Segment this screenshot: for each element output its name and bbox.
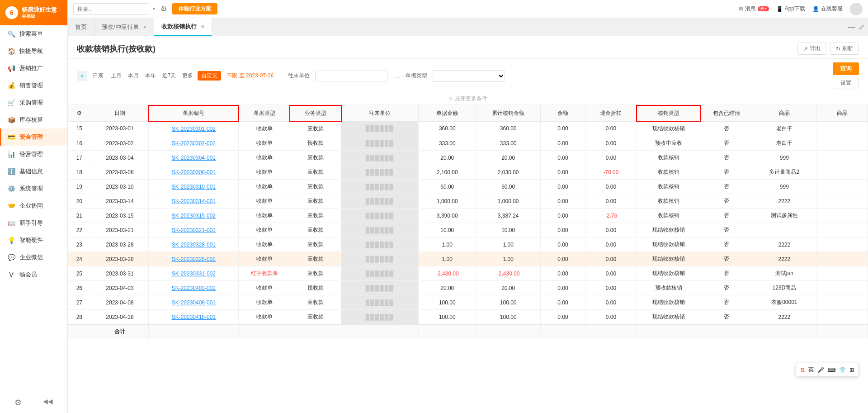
sidebar-item-label: 销售管理	[19, 81, 43, 90]
cell-bill-no[interactable]: SK-20230314-001	[149, 194, 239, 209]
user-avatar[interactable]	[850, 3, 863, 15]
sidebar-item-search-menu[interactable]: 🔍 搜索菜单	[0, 25, 67, 43]
cell-discount: 0.00	[585, 151, 637, 165]
cell-bill-no[interactable]: SK-20230308-001	[149, 165, 239, 180]
online-service-button[interactable]: 👤 在线客服	[812, 5, 843, 13]
cell-bill-no[interactable]: SK-20230304-001	[149, 151, 239, 165]
tab-spacer	[212, 18, 844, 36]
tab-home[interactable]: 首页	[68, 18, 94, 36]
sidebar-item-operations[interactable]: 📊 经营管理	[0, 146, 67, 163]
sidebar-item-hardware[interactable]: 💡 智能硬件	[0, 232, 67, 249]
sidebar-item-finance[interactable]: 💳 资金管理	[0, 128, 67, 146]
sidebar-item-basic[interactable]: ℹ️ 基础信息	[0, 163, 67, 180]
filter-7days[interactable]: 近7天	[160, 71, 178, 81]
th-bill-no[interactable]: 单据编号	[149, 105, 239, 121]
tab-minimize-icon[interactable]: —	[848, 23, 855, 31]
th-verify-type[interactable]: 核销类型	[637, 105, 701, 121]
ft-keyboard-icon[interactable]: ⌨	[828, 367, 835, 373]
sidebar-item-enterprise[interactable]: 🤝 企业协同	[0, 197, 67, 214]
expand-more-bar[interactable]: ∨ 展开更多条件	[68, 93, 868, 105]
table-row: 202023-03-14SK-20230314-001收款单应收款██████1…	[68, 194, 868, 209]
cell-accum: 20.00	[476, 281, 540, 295]
cell-goods	[752, 223, 816, 237]
cell-bill-no[interactable]: SK-20230418-001	[149, 310, 239, 325]
query-button[interactable]: 查询	[833, 62, 859, 75]
cell-bill-no[interactable]: SK-20230331-002	[149, 266, 239, 281]
sidebar-item-inventory[interactable]: 📦 库存核算	[0, 111, 67, 128]
filter-this-year[interactable]: 本年	[143, 71, 158, 81]
th-biz-type[interactable]: 业务类型	[290, 105, 341, 121]
cell-bill-no[interactable]: SK-20230328-001	[149, 237, 239, 252]
topbar-search-input[interactable]	[73, 3, 149, 15]
sidebar-item-quick-nav[interactable]: 🏠 快捷导航	[0, 43, 67, 60]
settings-button[interactable]: 设置	[833, 77, 859, 89]
cell-discount: 0.00	[585, 310, 637, 325]
industry-solution-button[interactable]: 体验行业方案	[172, 3, 217, 14]
ft-mic-icon[interactable]: 🎤	[817, 367, 824, 373]
sidebar-item-purchase[interactable]: 🛒 采购管理	[0, 94, 67, 111]
cell-bill-no[interactable]: SK-20230302-002	[149, 136, 239, 151]
cell-date: 2023-03-10	[91, 180, 149, 194]
tab-receipt-verify[interactable]: 收款核销执行 ×	[154, 18, 212, 36]
cell-goods2	[816, 223, 868, 237]
th-goods[interactable]: 商品	[752, 105, 816, 121]
cell-bill-no[interactable]: SK-20230328-002	[149, 252, 239, 266]
cell-no: 21	[68, 209, 91, 223]
ft-grid-icon[interactable]: ⊞	[849, 367, 854, 373]
tab-maximize-icon[interactable]: ⤢	[859, 23, 864, 31]
cell-date: 2023-03-08	[91, 165, 149, 180]
filter-this-month[interactable]: 本月	[126, 71, 141, 81]
sidebar-item-system[interactable]: ⚙️ 系统管理	[0, 180, 67, 197]
cell-biz-type: 预收款	[290, 281, 341, 295]
cell-balance: 0.00	[540, 180, 585, 194]
settings-icon[interactable]: ⚙	[14, 398, 22, 408]
cell-bill-no[interactable]: SK-20230315-002	[149, 209, 239, 223]
filter-expand-button[interactable]: »	[77, 71, 87, 81]
tab-advance-receipt[interactable]: 预收/冲应付单 ×	[94, 18, 154, 36]
refresh-button[interactable]: ↻ 刷新	[830, 43, 859, 55]
total-cell	[476, 324, 540, 339]
cell-biz-type: 应收款	[290, 252, 341, 266]
ft-text: 英	[808, 366, 814, 374]
collapse-icon[interactable]: ◀◀	[43, 398, 53, 408]
sidebar-item-sales[interactable]: 💰 销售管理	[0, 77, 67, 94]
tab-close-active-icon[interactable]: ×	[201, 24, 204, 30]
cell-no: 24	[68, 252, 91, 266]
cell-bill-no[interactable]: SK-20230403-002	[149, 281, 239, 295]
th-cash-discount[interactable]: 现金折扣	[585, 105, 637, 121]
ft-shirt-icon[interactable]: 👕	[839, 367, 846, 373]
export-button[interactable]: ↗ 导出	[797, 43, 826, 55]
sidebar-item-marketing[interactable]: 📢 营销推广	[0, 60, 67, 77]
filter-party-input[interactable]	[315, 71, 387, 81]
th-goods2[interactable]: 商品	[816, 105, 868, 121]
cell-bill-no[interactable]: SK-20230408-001	[149, 295, 239, 310]
cell-party: ██████	[341, 209, 418, 223]
th-date[interactable]: 日期	[91, 105, 149, 121]
filter-last-month[interactable]: 上月	[109, 71, 123, 81]
total-cell	[752, 324, 816, 339]
app-download-button[interactable]: 📱 App下载	[776, 5, 805, 13]
filter-bill-type-select[interactable]: 收款单 红字收款单	[433, 70, 505, 82]
cell-no: 26	[68, 281, 91, 295]
cell-party: ██████	[341, 237, 418, 252]
sidebar-item-member[interactable]: V 畅会员	[0, 266, 67, 283]
th-bill-type[interactable]: 单据类型	[239, 105, 290, 121]
tab-close-icon[interactable]: ×	[143, 24, 146, 30]
cell-bill-no[interactable]: SK-20230301-002	[149, 121, 239, 136]
cell-bill-no[interactable]: SK-20230321-003	[149, 223, 239, 237]
sidebar-item-guide[interactable]: 📖 新手引导	[0, 214, 67, 232]
topbar-gear-icon[interactable]: ⚙	[160, 5, 167, 13]
th-party[interactable]: 往来单位	[341, 105, 418, 121]
th-gear[interactable]: ⚙	[68, 105, 91, 121]
th-accum-verify[interactable]: 累计核销金额	[476, 105, 540, 121]
cell-bill-no[interactable]: SK-20230310-001	[149, 180, 239, 194]
filter-more[interactable]: 更多	[180, 71, 195, 81]
cell-goods: 测试多属性	[752, 209, 816, 223]
cell-amount: 10.00	[418, 223, 476, 237]
th-balance[interactable]: 余额	[540, 105, 585, 121]
th-amount[interactable]: 单据金额	[418, 105, 476, 121]
filter-custom-button[interactable]: 自定义	[198, 71, 221, 81]
th-incl-settled[interactable]: 包含已结清	[701, 105, 752, 121]
sidebar-item-wechat[interactable]: 💬 企业微信	[0, 249, 67, 266]
messages-button[interactable]: ✉ 消息 99+	[739, 5, 769, 13]
